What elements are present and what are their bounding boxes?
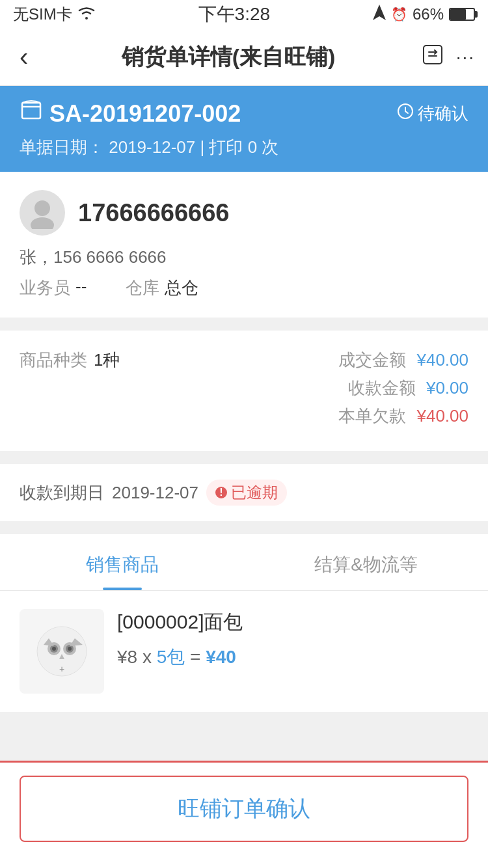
sales-meta: 业务员 --: [20, 277, 87, 299]
product-item: + [0000002]面包 ¥8 x 5包 = ¥40: [0, 591, 488, 712]
summary-section: 商品种类 1种 成交金额 ¥40.00 收款金额 ¥0.00 本单欠款 ¥40.…: [0, 331, 488, 451]
order-icon: [20, 99, 43, 128]
amount-row: 成交金额 ¥40.00: [338, 349, 468, 372]
due-label: 收款到期日: [20, 481, 104, 504]
status-right: ⏰ 66%: [373, 5, 475, 24]
more-button[interactable]: ···: [456, 47, 475, 68]
product-info: [0000002]面包 ¥8 x 5包 = ¥40: [117, 609, 468, 670]
product-type-label: 商品种类: [20, 349, 87, 372]
due-section: 收款到期日 2019-12-07 ! 已逾期: [0, 464, 488, 521]
received-label: 收款金额: [348, 377, 416, 400]
debt-value: ¥40.00: [416, 406, 468, 426]
order-status: 待确认: [397, 102, 468, 125]
customer-name: 张，156 6666 6666: [20, 246, 468, 269]
debt-label: 本单欠款: [338, 405, 406, 427]
summary-right: 成交金额 ¥40.00 收款金额 ¥0.00 本单欠款 ¥40.00: [338, 349, 468, 433]
order-id: SA-20191207-002: [20, 99, 241, 128]
svg-text:+: +: [59, 664, 64, 674]
debt-row: 本单欠款 ¥40.00: [338, 405, 468, 427]
product-image: +: [20, 609, 104, 694]
qty-text: 5包: [157, 647, 185, 667]
product-list: + [0000002]面包 ¥8 x 5包 = ¥40: [0, 591, 488, 712]
svg-point-11: [68, 647, 72, 651]
status-bar: 无SIM卡 下午3:28 ⏰ 66%: [0, 0, 488, 29]
status-left: 无SIM卡: [13, 4, 96, 25]
overdue-icon: !: [215, 487, 227, 498]
product-price: ¥8 x 5包 = ¥40: [117, 645, 468, 670]
battery-icon: [449, 8, 475, 21]
battery-percentage: 66%: [413, 5, 444, 23]
nav-right: ···: [422, 44, 475, 70]
status-time: 下午3:28: [198, 2, 271, 27]
wifi-icon: [77, 5, 96, 23]
warehouse-meta: 仓库 总仓: [126, 277, 198, 299]
product-name: [0000002]面包: [117, 609, 468, 636]
nav-bar: ‹ 销货单详情(来自旺铺) ···: [0, 29, 488, 86]
svg-point-10: [52, 647, 56, 651]
order-date: 单据日期： 2019-12-07 | 打印 0 次: [20, 136, 468, 159]
sales-value: --: [75, 277, 87, 299]
clock-icon: [397, 103, 414, 124]
received-row: 收款金额 ¥0.00: [338, 377, 468, 400]
warehouse-value: 总仓: [165, 277, 198, 299]
confirm-button[interactable]: 旺铺订单确认: [20, 776, 468, 842]
overdue-text: 已逾期: [231, 482, 278, 503]
warehouse-label: 仓库: [126, 277, 159, 299]
amount-value: ¥40.00: [416, 350, 468, 370]
tab-settlement[interactable]: 结算&物流等: [244, 534, 488, 590]
tabs-section: 销售商品 结算&物流等: [0, 534, 488, 712]
share-button[interactable]: [422, 44, 443, 70]
order-header: SA-20191207-002 待确认 单据日期： 2019-12-07 | 打…: [0, 86, 488, 172]
svg-point-3: [34, 200, 50, 216]
summary-left: 商品种类 1种: [20, 349, 120, 372]
svg-point-4: [31, 217, 54, 229]
equals-text: =: [185, 647, 206, 667]
svg-rect-0: [424, 46, 442, 64]
page-title: 销货单详情(来自旺铺): [34, 42, 422, 72]
due-date: 2019-12-07: [112, 483, 198, 503]
svg-rect-1: [22, 103, 40, 118]
tabs-header: 销售商品 结算&物流等: [0, 534, 488, 591]
customer-section: 17666666666 张，156 6666 6666 业务员 -- 仓库 总仓: [0, 172, 488, 318]
bottom-btn-area: 旺铺订单确认: [0, 761, 488, 868]
location-icon: [373, 5, 386, 24]
received-value: ¥0.00: [426, 378, 468, 398]
carrier-text: 无SIM卡: [13, 4, 72, 25]
tab-sales[interactable]: 销售商品: [0, 534, 244, 590]
customer-meta: 业务员 -- 仓库 总仓: [20, 277, 468, 299]
overdue-badge: ! 已逾期: [206, 480, 287, 506]
back-button[interactable]: ‹: [13, 36, 34, 78]
price-text: ¥8 x: [117, 647, 157, 667]
amount-label: 成交金额: [338, 349, 406, 372]
customer-phone: 17666666666: [78, 199, 229, 227]
sales-label: 业务员: [20, 277, 70, 299]
total-text: ¥40: [206, 647, 236, 667]
alarm-icon: ⏰: [391, 7, 407, 22]
avatar: [20, 190, 65, 236]
status-text: 待确认: [418, 102, 468, 125]
product-type-value: 1种: [94, 349, 120, 372]
